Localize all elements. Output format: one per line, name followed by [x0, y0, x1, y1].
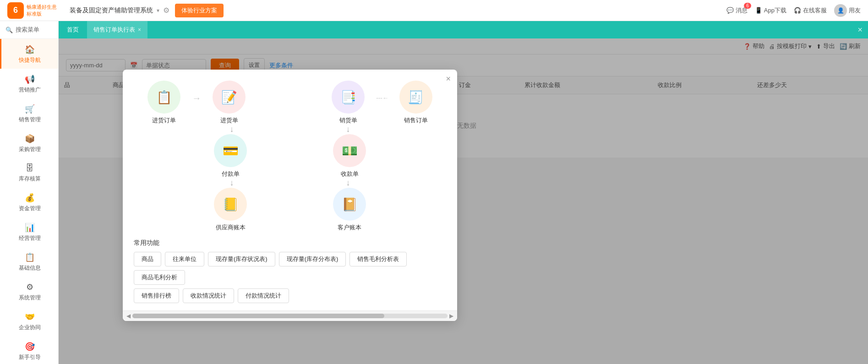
payment-bill-icon: 💳 [214, 134, 247, 167]
spacer-r4-a [192, 178, 202, 188]
message-badge: 6 [744, 3, 751, 9]
flow-purchase-order[interactable]: 📋 进货订单 [134, 81, 194, 125]
sidebar-item-operation[interactable]: 📊 经营管理 [0, 217, 58, 247]
down-arrow-purchase-bill: ↓ [202, 125, 261, 134]
sidebar-item-system[interactable]: ⚙ 系统管理 [0, 277, 58, 306]
down-arrow-receipt: ↓ [319, 178, 377, 188]
online-service-button[interactable]: 🎧 在线客服 [794, 6, 827, 15]
tab-close-button[interactable]: × [138, 27, 141, 33]
flow-supplier-ledger[interactable]: 📒 供应商账本 [201, 188, 260, 232]
func-btn-receipt-stat[interactable]: 收款情况统计 [183, 288, 234, 303]
gear-icon[interactable]: ⚙ [163, 6, 169, 15]
modal-overlay: × 📋 进货订单 → [59, 38, 868, 364]
logo-text: 畅康通好生意 标准版 [27, 4, 57, 17]
message-button[interactable]: 💬 消息 6 [726, 6, 748, 15]
spacer-r4-6 [388, 178, 446, 188]
func-btn-sales-margin[interactable]: 销售毛利分析表 [349, 252, 407, 266]
receipt-bill-icon: 💵 [333, 134, 366, 167]
tab-sales-order[interactable]: 销售订单执行表 × [87, 21, 147, 38]
flow-receipt-bill[interactable]: 💵 收款单 [320, 134, 379, 178]
flow-customer-ledger[interactable]: 📔 客户账本 [320, 188, 379, 232]
func-btn-stock-dist[interactable]: 现存量(库存分布表) [279, 252, 346, 266]
tab-home[interactable]: 首页 [59, 21, 87, 38]
purchase-icon: 📦 [25, 134, 35, 144]
func-buttons-row1: 商品 往来单位 现存量(库存状况表) 现存量(库存分布表) 销售毛利分析表 商品… [134, 252, 446, 285]
flow-payment-bill[interactable]: 💳 付款单 [201, 134, 260, 178]
service-icon: 🎧 [794, 7, 801, 14]
purchase-order-label: 进货订单 [152, 116, 176, 125]
sidebar-item-inventory[interactable]: 🗄 库存核算 [0, 158, 58, 187]
sidebar-item-sales[interactable]: 🛒 销售管理 [0, 98, 58, 128]
app-icon: 📱 [755, 7, 762, 14]
app-download-button[interactable]: 📱 App下载 [755, 6, 786, 15]
sales-order-label: 销售订单 [404, 116, 428, 125]
spacer-r2-1 [134, 125, 192, 134]
sales-bill-icon: 📑 [332, 81, 365, 114]
purchase-order-icon: 📋 [147, 81, 180, 114]
func-buttons-row2: 销售排行榜 收款情况统计 付款情况统计 [134, 288, 446, 303]
scroll-left-arrow[interactable]: ◀ [126, 313, 131, 319]
finance-icon: 💰 [25, 193, 35, 203]
scroll-thumb [132, 314, 384, 318]
flow-sales-order[interactable]: 🧾 销售订单 [386, 81, 446, 125]
message-icon: 💬 [726, 7, 734, 14]
scroll-right-arrow[interactable]: ▶ [449, 313, 453, 319]
user-menu[interactable]: 👤 用友 [834, 4, 861, 17]
system-title: 装备及固定资产辅助管理系统 ▾ [70, 6, 159, 15]
func-btn-product[interactable]: 商品 [134, 252, 161, 266]
flow-sales-bill[interactable]: 📑 销货单 [318, 81, 378, 125]
enterprise-icon: 🤝 [25, 312, 35, 322]
down-arrow-payment: ↓ [202, 178, 261, 188]
trial-button[interactable]: 体验行业方案 [175, 4, 224, 17]
basic-icon: 📋 [25, 252, 35, 262]
supplier-ledger-label: 供应商账本 [216, 223, 246, 232]
sidebar-item-marketing[interactable]: 📢 营销推广 [0, 69, 58, 98]
spacer-mid [259, 98, 318, 107]
sidebar-item-basic[interactable]: 📋 基础信息 [0, 247, 58, 277]
sidebar-item-enterprise[interactable]: 🤝 企业协同 [0, 306, 58, 336]
func-btn-product-margin[interactable]: 商品毛利分析 [134, 270, 185, 285]
payment-bill-label: 付款单 [222, 170, 240, 178]
search-menu-button[interactable]: 🔍 搜索菜单 [0, 21, 58, 39]
sidebar-item-finance[interactable]: 💰 资金管理 [0, 187, 58, 217]
close-all-tabs-button[interactable]: × [857, 25, 863, 35]
sales-icon: 🛒 [25, 104, 35, 114]
inventory-icon: 🗄 [26, 163, 34, 173]
customer-ledger-label: 客户账本 [338, 223, 361, 232]
modal-scroll-bar[interactable]: ◀ ▶ [123, 310, 457, 321]
modal-close-button[interactable]: × [446, 74, 451, 84]
sales-order-icon: 🧾 [399, 81, 432, 114]
sidebar-item-newbie[interactable]: 🎯 新手引导 [0, 336, 58, 364]
content-area: 首页 销售订单执行表 × × ❓ 帮助 [59, 21, 868, 364]
spacer-r2-6 [388, 125, 446, 134]
tab-bar: 首页 销售订单执行表 × × [59, 21, 868, 38]
marketing-icon: 📢 [25, 74, 35, 84]
flow-purchase-bill[interactable]: 📝 进货单 [199, 81, 259, 125]
system-dropdown-icon[interactable]: ▾ [157, 7, 159, 14]
func-btn-payment-stat[interactable]: 付款情况统计 [238, 288, 289, 303]
system-icon: ⚙ [26, 282, 33, 292]
top-right-actions: 💬 消息 6 📱 App下载 🎧 在线客服 👤 用友 [726, 4, 861, 17]
func-btn-sales-rank[interactable]: 销售排行榜 [134, 288, 179, 303]
receipt-bill-label: 收款单 [341, 170, 359, 178]
customer-ledger-icon: 📔 [333, 188, 366, 221]
spacer-r2-arrow2 [377, 125, 388, 134]
purchase-bill-label: 进货单 [220, 116, 238, 125]
sidebar: 🔍 搜索菜单 🏠 快捷导航 📢 营销推广 🛒 销售管理 📦 采购管理 🗄 [0, 21, 59, 364]
sales-bill-label: 销货单 [339, 116, 357, 125]
common-func-title: 常用功能 [134, 239, 446, 247]
supplier-ledger-icon: 📒 [214, 188, 247, 221]
down-arrow-sales-bill: ↓ [319, 125, 377, 134]
newbie-icon: 🎯 [25, 342, 35, 352]
avatar: 👤 [834, 4, 847, 17]
sidebar-item-purchase[interactable]: 📦 采购管理 [0, 128, 58, 158]
func-btn-stock-status[interactable]: 现存量(库存状况表) [208, 252, 275, 266]
spacer-r4-3 [261, 178, 319, 188]
sidebar-item-quick-nav[interactable]: 🏠 快捷导航 [0, 39, 58, 69]
logo-icon: 6 [7, 2, 24, 19]
func-btn-partner[interactable]: 往来单位 [165, 252, 204, 266]
spacer-r2-arrow [192, 125, 202, 134]
home-icon: 🏠 [25, 44, 35, 54]
purchase-bill-icon: 📝 [213, 81, 246, 114]
modal-box: × 📋 进货订单 → [123, 70, 457, 321]
